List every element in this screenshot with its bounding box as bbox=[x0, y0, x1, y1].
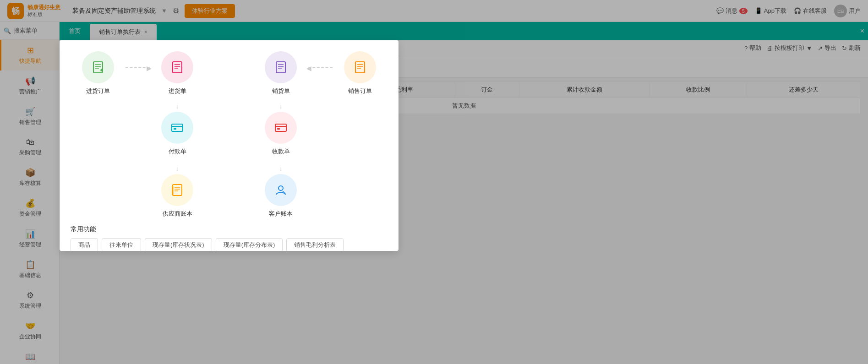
purchase-bill-circle[interactable] bbox=[161, 51, 193, 83]
sales-bill-circle[interactable] bbox=[265, 51, 297, 83]
svg-rect-21 bbox=[277, 128, 280, 130]
common-section: 常用功能 商品 往来单位 现存量(库存状况表) 现存量(库存分布表) 销售毛利分… bbox=[71, 225, 388, 251]
svg-rect-22 bbox=[173, 185, 182, 196]
svg-rect-19 bbox=[275, 124, 286, 131]
overlay[interactable]: 进货订单 ▶ 进货单 bbox=[0, 0, 868, 364]
supplier-ledger-circle[interactable] bbox=[161, 174, 193, 206]
svg-rect-18 bbox=[174, 128, 176, 130]
btn-partner[interactable]: 往来单位 bbox=[102, 238, 141, 251]
svg-point-27 bbox=[278, 186, 283, 190]
svg-rect-4 bbox=[173, 62, 182, 73]
svg-rect-12 bbox=[355, 62, 365, 73]
btn-stock-dist[interactable]: 现存量(库存分布表) bbox=[216, 238, 283, 251]
node-purchase-order[interactable]: 进货订单 bbox=[71, 51, 126, 95]
common-buttons: 商品 往来单位 现存量(库存状况表) 现存量(库存分布表) 销售毛利分析表 商品… bbox=[71, 238, 388, 251]
receipt-circle[interactable] bbox=[265, 112, 297, 144]
common-title: 常用功能 bbox=[71, 225, 388, 234]
purchase-order-circle[interactable] bbox=[82, 51, 114, 83]
payment-circle[interactable] bbox=[161, 112, 193, 144]
node-purchase-bill[interactable]: 进货单 bbox=[150, 51, 205, 95]
btn-sales-margin[interactable]: 销售毛利分析表 bbox=[286, 238, 344, 251]
flow-section: 进货订单 ▶ 进货单 bbox=[71, 51, 388, 218]
customer-ledger-circle[interactable] bbox=[265, 174, 297, 206]
btn-stock-status[interactable]: 现存量(库存状况表) bbox=[145, 238, 212, 251]
flow-panel: 进货订单 ▶ 进货单 bbox=[60, 40, 399, 251]
svg-rect-8 bbox=[276, 62, 285, 73]
sales-order-circle[interactable] bbox=[344, 51, 376, 83]
svg-rect-16 bbox=[172, 124, 183, 131]
node-sales-bill[interactable]: 销货单 bbox=[253, 51, 308, 95]
btn-goods[interactable]: 商品 bbox=[71, 238, 98, 251]
node-sales-order[interactable]: 销售订单 bbox=[333, 51, 388, 95]
